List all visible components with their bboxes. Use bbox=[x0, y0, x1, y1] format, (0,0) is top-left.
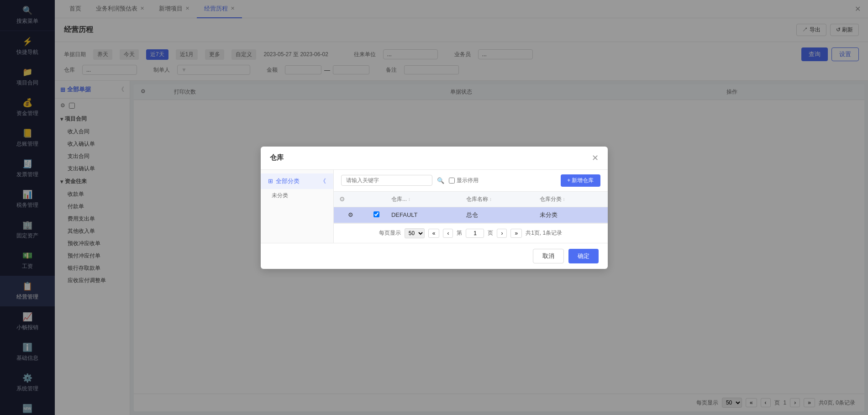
modal-first-page-button[interactable]: « bbox=[428, 229, 440, 238]
modal-sidebar-all[interactable]: ⊞ 全部分类 《 bbox=[261, 173, 333, 189]
gear-icon: ⚙ bbox=[339, 195, 345, 203]
warehouse-modal: 仓库 ✕ ⊞ 全部分类 《 未分类 🔍 bbox=[261, 147, 608, 269]
modal-pagination: 每页显示 50 « ‹ 第 页 › » 共1页, 1条记录 bbox=[334, 223, 608, 243]
modal-main-content: 🔍 显示停用 + 新增仓库 ⚙ bbox=[334, 170, 608, 243]
show-disabled-text: 显示停用 bbox=[457, 177, 479, 184]
modal-per-page-label: 每页显示 bbox=[379, 229, 401, 237]
modal-prev-page-button[interactable]: ‹ bbox=[443, 229, 453, 238]
table-row[interactable]: ⚙ DEFAULT 总仓 未分类 bbox=[334, 207, 608, 223]
modal-close-button[interactable]: ✕ bbox=[592, 153, 599, 163]
cancel-button[interactable]: 取消 bbox=[533, 249, 564, 263]
modal-header: 仓库 ✕ bbox=[261, 147, 608, 170]
modal-sidebar: ⊞ 全部分类 《 未分类 bbox=[261, 170, 334, 243]
modal-last-page-button[interactable]: » bbox=[510, 229, 522, 238]
sidebar-collapse-icon[interactable]: 《 bbox=[320, 177, 326, 185]
modal-footer: 取消 确定 bbox=[261, 243, 608, 269]
show-disabled-checkbox[interactable] bbox=[449, 178, 455, 184]
row-code: DEFAULT bbox=[386, 207, 461, 223]
row-name: 总仓 bbox=[461, 207, 534, 223]
row-checkbox[interactable] bbox=[374, 211, 379, 217]
col-name-th[interactable]: 仓库名称 bbox=[461, 192, 534, 207]
row-settings[interactable]: ⚙ bbox=[334, 207, 368, 223]
modal-table: ⚙ 仓库... 仓库名称 仓库分类 ⚙ DEF bbox=[334, 192, 608, 223]
row-category: 未分类 bbox=[534, 207, 608, 223]
col-category-th[interactable]: 仓库分类 bbox=[534, 192, 608, 207]
modal-body: ⊞ 全部分类 《 未分类 🔍 显示停用 + 新增仓库 bbox=[261, 170, 608, 243]
confirm-button[interactable]: 确定 bbox=[568, 249, 599, 263]
modal-overlay[interactable]: 仓库 ✕ ⊞ 全部分类 《 未分类 🔍 bbox=[0, 0, 868, 415]
modal-next-page-button[interactable]: › bbox=[497, 229, 507, 238]
modal-total-label: 共1页, 1条记录 bbox=[526, 229, 562, 237]
modal-sidebar-all-label: 全部分类 bbox=[276, 177, 300, 185]
modal-page-input[interactable] bbox=[466, 229, 484, 238]
modal-title: 仓库 bbox=[270, 153, 284, 162]
add-warehouse-button[interactable]: + 新增仓库 bbox=[561, 174, 600, 187]
modal-per-page-select[interactable]: 50 bbox=[405, 228, 425, 238]
modal-page-suffix: 页 bbox=[488, 229, 493, 237]
modal-sidebar-unclassified[interactable]: 未分类 bbox=[261, 189, 333, 202]
grid-small-icon: ⊞ bbox=[268, 178, 273, 184]
modal-search-icon[interactable]: 🔍 bbox=[437, 177, 444, 184]
col-settings-th[interactable]: ⚙ bbox=[334, 192, 368, 207]
show-disabled-label: 显示停用 bbox=[449, 177, 479, 184]
modal-search-input[interactable] bbox=[341, 175, 432, 186]
modal-toolbar: 🔍 显示停用 + 新增仓库 bbox=[334, 170, 608, 192]
col-check-th bbox=[368, 192, 386, 207]
modal-page-label: 第 bbox=[457, 229, 462, 237]
row-check[interactable] bbox=[368, 207, 386, 223]
col-code-th[interactable]: 仓库... bbox=[386, 192, 461, 207]
